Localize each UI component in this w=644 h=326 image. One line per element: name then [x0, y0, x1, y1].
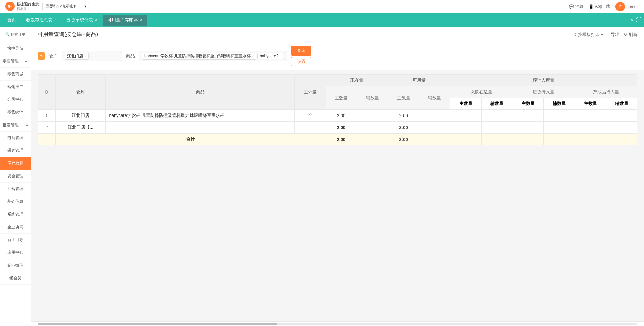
- logo-area: 好 畅捷通好生意 标准版: [5, 2, 39, 11]
- refresh-label: 刷新: [629, 32, 637, 38]
- settings-icon[interactable]: ⚙: [44, 89, 49, 95]
- message-btn[interactable]: 💬 消息: [569, 4, 583, 9]
- tab-expand-btn[interactable]: ⛶: [636, 17, 641, 23]
- prod-aux-1: [606, 110, 637, 122]
- sidebar-item-basic[interactable]: 基础信息: [0, 195, 31, 208]
- setting-btn[interactable]: 设置: [291, 57, 311, 66]
- prod-aux-2: [606, 122, 637, 134]
- warehouse-filter-tags[interactable]: 江北门店 × ···: [62, 51, 122, 61]
- template-print-btn[interactable]: 🖨 按模板打印 ▾: [572, 32, 603, 38]
- horizontal-scrollbar[interactable]: [38, 323, 637, 325]
- product-tag-1-close[interactable]: ×: [252, 54, 254, 58]
- scrollbar-thumb[interactable]: [38, 323, 277, 325]
- refresh-btn[interactable]: ↻ 刷新: [624, 32, 637, 38]
- sidebar-item-inventory-label: 库存核算: [7, 161, 23, 166]
- tab-available-close[interactable]: ×: [140, 18, 142, 22]
- product-1: babycare学饮杯 儿童防摔防撞吸管杯重力球吸嘴杯宝宝水杯: [106, 110, 294, 122]
- avail-aux-2: [419, 122, 450, 134]
- th-stock-aux: 辅数量: [357, 86, 388, 110]
- total-stock-main: 2.00: [326, 133, 357, 145]
- logo-text-area: 畅捷通好生意 标准版: [17, 2, 39, 11]
- sidebar-search-label: 搜索菜单: [11, 32, 25, 37]
- message-icon: 💬: [569, 4, 574, 9]
- total-prod-aux: [606, 133, 637, 145]
- product-tag-1[interactable]: babycare学饮杯 儿童防摔防撞吸管杯重力球吸嘴杯宝宝水杯 ×: [142, 53, 256, 60]
- sidebar-item-appcenter[interactable]: 应用中心: [0, 246, 31, 259]
- unit-1: 个: [294, 110, 326, 122]
- query-btn[interactable]: 查询: [291, 46, 311, 56]
- sidebar-item-guide[interactable]: 新手引导: [0, 234, 31, 246]
- tab-order[interactable]: 要货单统计表 ×: [62, 15, 102, 26]
- th-pur-aux: 辅数量: [481, 98, 513, 110]
- warehouse-tag-1[interactable]: 江北门店 ×: [65, 53, 89, 60]
- tab-home[interactable]: 首页: [3, 15, 21, 26]
- sidebar-item-retail-stat[interactable]: 零售统计: [0, 106, 31, 119]
- in-main-2: [513, 122, 544, 134]
- th-expected: 预计入库量: [450, 75, 637, 86]
- sidebar-item-marketing[interactable]: 营销推广: [0, 81, 31, 93]
- sidebar-item-member[interactable]: 会员中心: [0, 93, 31, 106]
- warehouse-tag-1-label: 江北门店: [67, 53, 83, 59]
- th-settings[interactable]: ⚙: [38, 75, 56, 110]
- tab-close-all-btn[interactable]: ×: [630, 17, 633, 23]
- app-download-btn[interactable]: 📱 App下载: [589, 4, 610, 9]
- tab-order-close[interactable]: ×: [95, 18, 97, 22]
- total-row: 合计 2.00 2.00: [38, 133, 637, 145]
- top-bar-left: 好 畅捷通好生意 标准版 母婴行业演示账套 ▾: [5, 2, 89, 11]
- sidebar-item-retail-mgmt-label: 零售管理: [3, 58, 19, 64]
- sidebar-item-system[interactable]: 系统管理: [0, 208, 31, 221]
- tab-available[interactable]: 可用量库存账本 ×: [103, 15, 147, 26]
- sidebar-item-operation[interactable]: 经营管理: [0, 183, 31, 195]
- chevron-icon: ▲: [24, 59, 28, 63]
- sidebar-item-guide-label: 新手引导: [7, 237, 23, 242]
- sidebar-item-quicknav[interactable]: 快捷导航: [0, 42, 31, 55]
- sidebar-item-retail-mall[interactable]: 零售商城: [0, 68, 31, 81]
- sidebar-item-retail-mgmt[interactable]: 零售管理 ▲: [0, 55, 31, 68]
- stock-main-2: 2.00: [326, 122, 357, 134]
- avail-main-1: 2.00: [388, 110, 419, 122]
- warehouse-more[interactable]: ···: [90, 54, 93, 58]
- user-profile[interactable]: E demo2: [615, 2, 639, 11]
- sidebar-item-finance[interactable]: 资金管理: [0, 170, 31, 183]
- tab-order-label: 要货单统计表: [67, 17, 93, 23]
- th-stock-main: 主数量: [326, 86, 357, 110]
- sidebar-item-wholesale[interactable]: 批发管理 ▾: [0, 119, 31, 132]
- export-btn[interactable]: ↑ 导出: [607, 32, 620, 38]
- warehouse-filter-label: 仓库: [49, 53, 58, 59]
- warehouse-tag-1-close[interactable]: ×: [84, 54, 86, 58]
- top-bar-right: 💬 消息 📱 App下载 E demo2: [569, 2, 639, 11]
- tab-receive-close[interactable]: ×: [54, 18, 57, 22]
- th-warehouse: 仓库: [55, 75, 106, 110]
- content-header: 可用量查询(按仓库+商品) 🖨 按模板打印 ▾ ↑ 导出 ↻ 刷新: [31, 27, 644, 42]
- filter-expand-btn[interactable]: »: [38, 52, 45, 60]
- table-row: 2 江北门店【... 2.00 2.00: [38, 122, 637, 134]
- tab-bar-right: × ⛶: [630, 17, 641, 23]
- product-tag-1-label: babycare学饮杯 儿童防摔防撞吸管杯重力球吸嘴杯宝宝水杯: [144, 53, 251, 59]
- pur-main-2: [450, 122, 481, 134]
- pur-aux-2: [481, 122, 513, 134]
- avatar-initial: E: [619, 5, 622, 9]
- filter-action-buttons: 查询 设置: [291, 46, 311, 66]
- sidebar-item-member2[interactable]: 畅会员: [0, 272, 31, 285]
- sidebar-item-inventory[interactable]: 库存核算: [0, 157, 31, 170]
- th-avail-aux: 辅数量: [419, 86, 450, 110]
- sidebar-item-purchase[interactable]: 采购管理: [0, 144, 31, 157]
- th-purchase: 采购在途量: [450, 86, 513, 98]
- sidebar-item-basic-label: 基础信息: [7, 199, 23, 204]
- product-tag-2[interactable]: babycare?...: [257, 53, 284, 59]
- sidebar-item-ecommerce[interactable]: 电商管理: [0, 132, 31, 144]
- sidebar-item-quicknav-label: 快捷导航: [7, 46, 23, 51]
- product-filter-tags[interactable]: babycare学饮杯 儿童防摔防撞吸管杯重力球吸嘴杯宝宝水杯 × babyca…: [139, 51, 287, 61]
- table-area: ⚙ 仓库 商品 主计量 现存量 可用量 预计入库量 主数量 辅数量 主数量 辅数…: [31, 70, 644, 321]
- th-unit: 主计量: [294, 75, 326, 110]
- sidebar-item-enterprise[interactable]: 企业协同: [0, 221, 31, 234]
- tab-receive[interactable]: 收发存汇总表 ×: [21, 15, 61, 26]
- sidebar-item-wechat[interactable]: 企业微信: [0, 259, 31, 272]
- industry-selector[interactable]: 母婴行业演示账套 ▾: [42, 2, 89, 11]
- user-name: demo2: [626, 4, 639, 9]
- total-avail-main: 2.00: [388, 133, 419, 145]
- in-main-1: [513, 110, 544, 122]
- sidebar-item-ecommerce-label: 电商管理: [7, 135, 23, 140]
- sidebar-search-btn[interactable]: 🔍 搜索菜单: [3, 30, 28, 39]
- stock-aux-1: [357, 110, 388, 122]
